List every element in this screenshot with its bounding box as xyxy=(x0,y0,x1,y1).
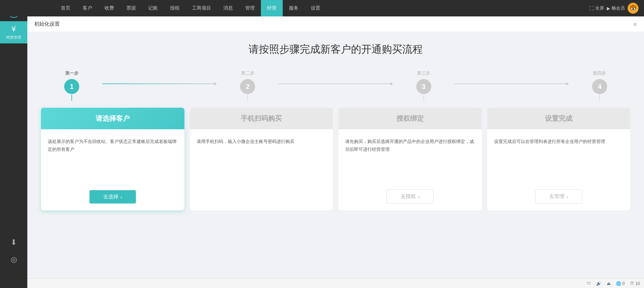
sidebar-support-item[interactable]: ◎ xyxy=(0,252,27,267)
vip-btn[interactable]: ▶ 畅会员 xyxy=(607,5,625,11)
avatar-icon: 🐯 xyxy=(629,4,637,12)
step-2-circle: 2 xyxy=(240,79,255,94)
sidebar-download-item[interactable]: ⬇ xyxy=(0,235,27,250)
card-4-body: 设置完成后可以在管理列表进行所有企业用户的经营管理 xyxy=(487,129,631,184)
page-title: 初始化设置 xyxy=(34,21,60,27)
nav-accounting[interactable]: 记账 xyxy=(142,0,164,16)
card-2-header: 手机扫码购买 xyxy=(190,108,333,129)
go-manage-arrow: › xyxy=(566,194,568,199)
nav-customer[interactable]: 客户 xyxy=(76,0,98,16)
go-authorize-label: 去授权 xyxy=(401,193,416,200)
play-icon: ▶ xyxy=(607,6,610,11)
nav-settings[interactable]: 设置 xyxy=(305,0,326,16)
card-1-body: 该处展示的客户为不在回收站、客户状态正常建账后完成老板端绑定的所有客户 xyxy=(41,129,184,185)
main-title: 请按照步骤完成新客户的开通购买流程 xyxy=(41,42,630,56)
step-card-4: 设置完成 设置完成后可以在管理列表进行所有企业用户的经营管理 去管理 › xyxy=(487,108,631,210)
page-header: 初始化设置 × xyxy=(27,16,644,32)
nav-service[interactable]: 服务 xyxy=(283,0,305,16)
nav-bills[interactable]: 票据 xyxy=(120,0,142,16)
go-select-button[interactable]: 去选择 › xyxy=(89,190,136,204)
network-status: 🌐 0 xyxy=(616,281,625,286)
connector-1-2 xyxy=(102,82,217,86)
time-status: ⏱ 10 xyxy=(630,281,640,286)
step-3-circle: 3 xyxy=(416,79,431,94)
step-1-indicator: 第一步 1 xyxy=(41,70,102,101)
vip-label: 畅会员 xyxy=(612,5,625,11)
step-4-tail xyxy=(599,95,600,101)
step-4-indicator: 第四步 4 xyxy=(569,70,630,101)
shield-icon: 🛡 xyxy=(587,281,591,286)
step-4-circle: 4 xyxy=(592,79,607,94)
eject-icon: ⏏ xyxy=(607,281,611,286)
sidebar-bottom: ⬇ ◎ xyxy=(0,235,27,267)
step-card-2: 手机扫码购买 请用手机扫码，输入小微企业主账号密码进行购买 xyxy=(190,108,333,210)
cards-row: 请选择客户 该处展示的客户为不在回收站、客户状态正常建账后完成老板端绑定的所有客… xyxy=(41,108,630,210)
step-3-indicator: 第三步 3 xyxy=(393,70,454,101)
card-1-header: 请选择客户 xyxy=(41,108,184,129)
yen-icon: ¥ xyxy=(12,25,16,34)
go-manage-label: 去管理 xyxy=(549,193,564,200)
go-select-arrow: › xyxy=(121,194,122,200)
step-1-circle: 1 xyxy=(64,79,79,94)
status-bar: ▶ 完成 🛡 🔊 ⏏ 🌐 0 ⏱ 10 xyxy=(0,278,644,288)
close-button[interactable]: × xyxy=(633,21,637,28)
fullscreen-icon: ⛶ xyxy=(589,6,594,11)
support-icon: ◎ xyxy=(11,255,17,264)
card-3-body: 请先购买，购买后选择开通的产品中的企业用户进行授权绑定，成功后即可进行经营管理 xyxy=(338,129,482,184)
top-nav: 首页 客户 收费 票据 记账 报税 工商项目 消息 管理 经营 服务 设置 ⛶ … xyxy=(0,0,644,16)
step-3-tail xyxy=(423,95,424,101)
go-select-label: 去选择 xyxy=(103,194,118,200)
card-3-header: 授权绑定 xyxy=(338,108,482,129)
step-2-indicator: 第二步 2 xyxy=(217,70,278,101)
nav-charge[interactable]: 收费 xyxy=(98,0,120,16)
step-card-3: 授权绑定 请先购买，购买后选择开通的产品中的企业用户进行授权绑定，成功后即可进行… xyxy=(338,108,482,210)
step-1-label: 第一步 xyxy=(65,70,79,76)
nav-operations[interactable]: 经营 xyxy=(261,0,283,16)
card-3-footer: 去授权 › xyxy=(338,184,482,210)
content-area: 请按照步骤完成新客户的开通购买流程 第一步 1 第二步 2 xyxy=(27,32,644,288)
avatar[interactable]: 🐯 xyxy=(628,3,639,14)
fullscreen-btn[interactable]: ⛶ 全屏 xyxy=(589,5,604,11)
sidebar-item-management[interactable]: ¥ 经营管理 xyxy=(0,21,27,43)
step-3-label: 第三步 xyxy=(417,70,430,76)
connector-2-3 xyxy=(278,82,393,86)
card-2-footer xyxy=(190,198,333,210)
nav-home[interactable]: 首页 xyxy=(55,0,76,16)
volume-icon: 🔊 xyxy=(596,281,601,286)
status-bar-right: 🛡 🔊 ⏏ 🌐 0 ⏱ 10 xyxy=(587,281,640,286)
step-1-tail xyxy=(71,95,72,101)
download-icon: ⬇ xyxy=(11,238,17,247)
steps-row: 第一步 1 第二步 2 xyxy=(41,70,630,101)
connector-3-4 xyxy=(454,82,569,86)
nav-right-area: ⛶ 全屏 ▶ 畅会员 🐯 xyxy=(589,3,644,14)
nav-admin[interactable]: 管理 xyxy=(239,0,261,16)
go-authorize-button[interactable]: 去授权 › xyxy=(387,189,434,204)
go-authorize-arrow: › xyxy=(418,194,420,199)
card-1-footer: 去选择 › xyxy=(41,185,184,210)
nav-business[interactable]: 工商项目 xyxy=(186,0,217,16)
nav-tax[interactable]: 报税 xyxy=(164,0,186,16)
fullscreen-label: 全屏 xyxy=(595,5,604,11)
step-2-label: 第二步 xyxy=(241,70,254,76)
step-card-1: 请选择客户 该处展示的客户为不在回收站、客户状态正常建账后完成老板端绑定的所有客… xyxy=(41,108,184,210)
step-4-label: 第四步 xyxy=(593,70,606,76)
nav-message[interactable]: 消息 xyxy=(217,0,239,16)
card-4-header: 设置完成 xyxy=(487,108,631,129)
sidebar: ¥ 经营管理 ⬇ ◎ xyxy=(0,0,27,288)
card-2-body: 请用手机扫码，输入小微企业主账号密码进行购买 xyxy=(190,129,333,198)
sidebar-item-label: 经营管理 xyxy=(6,35,21,40)
go-manage-button[interactable]: 去管理 › xyxy=(535,189,582,204)
step-2-tail xyxy=(247,95,248,101)
card-4-footer: 去管理 › xyxy=(487,184,631,210)
